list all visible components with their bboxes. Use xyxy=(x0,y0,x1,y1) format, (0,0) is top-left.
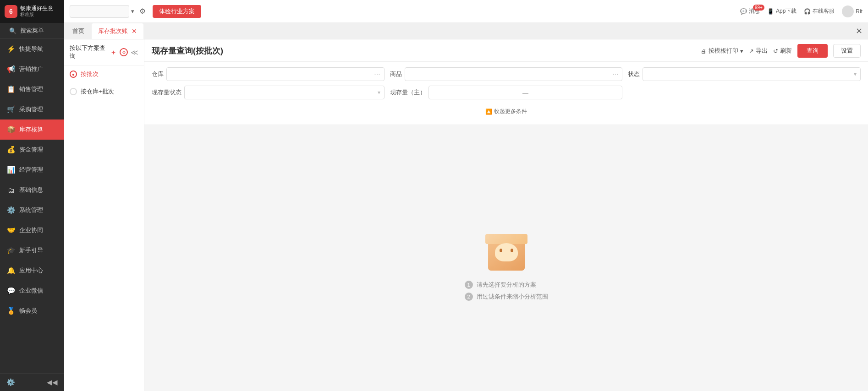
online-service-item[interactable]: 🎧 在线客服 xyxy=(804,7,835,15)
sidebar-item-marketing[interactable]: 📢 营销推广 xyxy=(0,59,64,79)
online-service-label: 在线客服 xyxy=(813,7,835,15)
topbar-gear-button[interactable]: ⚙ xyxy=(136,5,149,18)
warehouse-more-icon[interactable]: ··· xyxy=(374,70,380,78)
page-title: 现存量查询(按批次) xyxy=(152,45,223,56)
export-icon: ↗ xyxy=(749,48,754,54)
warehouse-input[interactable] xyxy=(170,71,372,78)
warehouse-batch-radio xyxy=(70,88,77,95)
sidebar-item-appstore[interactable]: 🔔 应用中心 xyxy=(0,261,64,281)
filter-section: 仓库 ··· 商品 ··· 状态 xyxy=(144,62,868,125)
status-label: 状态 xyxy=(628,70,640,78)
basic-icon: 🗂 xyxy=(6,185,16,195)
sidebar-item-member[interactable]: 🏅 畅会员 xyxy=(0,301,64,321)
sidebar-item-operation[interactable]: 📊 经营管理 xyxy=(0,160,64,180)
settings-footer-icon[interactable]: ⚙️ xyxy=(6,378,15,386)
batch-option-label: 按批次 xyxy=(81,70,99,78)
print-button[interactable]: 🖨 按模板打印 ▾ xyxy=(701,47,743,55)
inventory-status-select[interactable]: ▾ xyxy=(184,86,385,99)
inventory-qty-from[interactable] xyxy=(433,89,520,96)
search-label: 搜索菜单 xyxy=(20,27,44,35)
status-select-wrap[interactable]: ▾ xyxy=(643,67,861,81)
filter-option-batch[interactable]: ● 按批次 xyxy=(64,65,144,83)
sidebar-item-enterprise[interactable]: 🤝 企业协同 xyxy=(0,220,64,240)
collapse-bar[interactable]: 🔼 收起更多条件 xyxy=(152,104,861,119)
sidebar-footer: ⚙️ ◀◀ xyxy=(0,373,64,391)
goods-input-wrap[interactable]: ··· xyxy=(405,67,623,81)
tab-batch[interactable]: 库存批次账 ✕ xyxy=(92,23,143,39)
inventory-label: 库存核算 xyxy=(19,125,43,134)
hint-num-1: 1 xyxy=(465,281,473,289)
warehouse-input-wrap[interactable]: ··· xyxy=(166,67,385,81)
refresh-button[interactable]: ↺ 刷新 xyxy=(773,47,792,55)
warehouse-filter: 仓库 ··· xyxy=(152,67,385,81)
marketing-label: 营销推广 xyxy=(19,65,43,73)
sidebar-item-finance[interactable]: 💰 资金管理 xyxy=(0,140,64,160)
user-avatar-item[interactable]: Rit xyxy=(842,5,863,17)
topbar-dropdown-button[interactable]: ▾ xyxy=(129,8,136,15)
guide-label: 新手引导 xyxy=(19,246,43,255)
print-dropdown-icon: ▾ xyxy=(740,48,743,54)
inventory-qty-to[interactable] xyxy=(531,89,618,96)
industry-btn[interactable]: 体验行业方案 xyxy=(153,5,201,18)
sidebar-item-system[interactable]: ⚙️ 系统管理 xyxy=(0,200,64,220)
message-badge: 99+ xyxy=(753,5,764,11)
app-download-item[interactable]: 📱 App下载 xyxy=(767,7,797,15)
guide-icon: 🎓 xyxy=(6,246,16,255)
sales-icon: 📋 xyxy=(6,85,16,94)
range-separator: — xyxy=(522,89,528,96)
sidebar-item-shortcut[interactable]: ⚡ 快捷导航 xyxy=(0,39,64,59)
inventory-qty-label: 现存量（主） xyxy=(390,88,426,97)
settings-button[interactable]: 设置 xyxy=(833,44,861,58)
wechat-icon: 💬 xyxy=(6,286,16,295)
settings-scheme-button[interactable]: ⚙ xyxy=(120,48,128,56)
hint-text-2: 用过滤条件来缩小分析范围 xyxy=(477,293,548,301)
message-item[interactable]: 💬 消息 99+ xyxy=(740,7,760,15)
sidebar-search[interactable]: 🔍 搜索菜单 xyxy=(0,23,64,39)
main-panel: 现存量查询(按批次) 🖨 按模板打印 ▾ ↗ 导出 ↺ 刷新 xyxy=(144,39,868,391)
empty-illustration xyxy=(474,216,538,275)
warehouse-batch-label: 按仓库+批次 xyxy=(81,87,114,96)
tab-batch-label: 库存批次账 xyxy=(98,27,128,35)
purchase-icon: 🛒 xyxy=(6,105,16,114)
page-title-bar: 现存量查询(按批次) 🖨 按模板打印 ▾ ↗ 导出 ↺ 刷新 xyxy=(144,39,868,62)
headset-icon: 🎧 xyxy=(804,8,811,15)
tab-close-icon[interactable]: ✕ xyxy=(132,27,137,35)
goods-more-icon[interactable]: ··· xyxy=(612,70,618,78)
panel-close-button[interactable]: ✕ xyxy=(856,26,863,36)
inventory-qty-range[interactable]: — xyxy=(429,86,623,99)
export-button[interactable]: ↗ 导出 xyxy=(749,47,768,55)
filter-row-2: 现存量状态 ▾ 现存量（主） — xyxy=(152,86,861,99)
empty-state: 1 请先选择要分析的方案 2 用过滤条件来缩小分析范围 xyxy=(144,125,868,391)
collapse-filter-button[interactable]: ≪ xyxy=(131,48,138,57)
marketing-icon: 📢 xyxy=(6,65,16,74)
sidebar-item-basic[interactable]: 🗂 基础信息 xyxy=(0,180,64,200)
sidebar-item-sales[interactable]: 📋 销售管理 xyxy=(0,79,64,99)
filter-row-1: 仓库 ··· 商品 ··· 状态 xyxy=(152,67,861,81)
eye-left xyxy=(500,249,502,252)
filter-sidebar: 按以下方案查询 ＋ ⚙ ≪ ● 按批次 按仓库+批次 xyxy=(64,39,144,391)
tab-home[interactable]: 首页 xyxy=(66,23,91,39)
basic-label: 基础信息 xyxy=(19,186,43,194)
export-label: 导出 xyxy=(756,47,768,55)
batch-radio-icon: ● xyxy=(70,71,77,78)
enterprise-label: 企业协同 xyxy=(19,226,43,234)
app-version: 标准版 xyxy=(20,11,53,18)
collapse-sidebar-icon[interactable]: ◀◀ xyxy=(47,378,58,386)
box-lid xyxy=(485,234,527,244)
eye-right xyxy=(511,249,513,252)
add-scheme-button[interactable]: ＋ xyxy=(110,48,117,57)
search-icon: 🔍 xyxy=(9,27,16,34)
goods-input[interactable] xyxy=(409,71,610,78)
sidebar-item-wechat[interactable]: 💬 企业微信 xyxy=(0,281,64,301)
finance-icon: 💰 xyxy=(6,145,16,154)
sidebar-item-purchase[interactable]: 🛒 采购管理 xyxy=(0,99,64,119)
sidebar-item-guide[interactable]: 🎓 新手引导 xyxy=(0,240,64,261)
inventory-status-label: 现存量状态 xyxy=(152,88,181,97)
empty-hint-2: 2 用过滤条件来缩小分析范围 xyxy=(465,293,548,301)
sidebar: 6 畅康通好生意 标准版 🔍 搜索菜单 ⚡ 快捷导航 📢 营销推广 📋 销售管理… xyxy=(0,0,64,391)
filter-option-warehouse-batch[interactable]: 按仓库+批次 xyxy=(64,83,144,100)
topbar-nav-input[interactable] xyxy=(70,5,129,18)
query-button[interactable]: 查询 xyxy=(797,44,828,58)
sidebar-item-inventory[interactable]: 📦 库存核算 xyxy=(0,119,64,140)
print-icon: 🖨 xyxy=(701,48,707,54)
